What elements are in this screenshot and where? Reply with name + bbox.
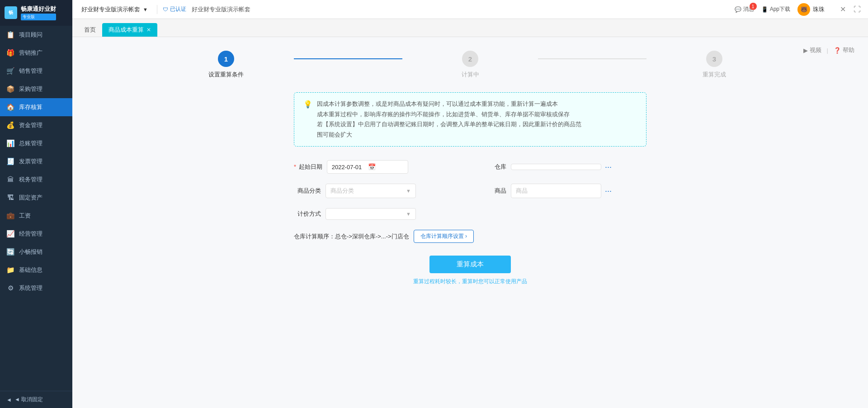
recalc-button[interactable]: 重算成本 [429, 256, 511, 273]
sidebar-item-label: 发票管理 [19, 157, 42, 166]
warehouse-label: 仓库 [479, 163, 511, 171]
sidebar-item-invoice[interactable]: 🧾 发票管理 [0, 152, 72, 171]
user-profile[interactable]: 🐻 珠珠 [797, 3, 825, 16]
info-line-3: 若【系统设置】中启用了自动调整记账日期时，会调整入库单的整单记账日期，因此重新计… [317, 119, 581, 130]
product-placeholder: 商品 [516, 187, 528, 195]
sidebar-item-label: 资金管理 [19, 121, 42, 129]
warehouse-dots-button[interactable]: ··· [601, 162, 615, 172]
form-row-2: 商品分类 商品分类 ▼ 商品 商品 ··· [294, 184, 646, 198]
info-line-1: 因成本计算参数调整，或是对商品成本有疑问时，可以通过成本重算功能，重新计算一遍成… [317, 99, 581, 109]
step-3-label: 重算完成 [703, 71, 726, 79]
product-field: 商品 商品 ··· [479, 184, 646, 198]
category-label: 商品分类 [294, 187, 326, 195]
message-button[interactable]: 💬 消息 1 [735, 5, 754, 13]
app-label: App下载 [770, 5, 790, 13]
sidebar-item-label: 销售管理 [19, 67, 42, 75]
app-logo: 畅 [5, 6, 17, 19]
sidebar-item-label: 固定资产 [19, 194, 42, 202]
sidebar-item-label: 营销推广 [19, 49, 42, 57]
sidebar-item-label: 项目顾问 [19, 31, 42, 39]
assets-icon: 🏗 [6, 194, 14, 201]
sidebar: 畅 畅康通好业财 专业版 📋 项目顾问 🎁 营销推广 🛒 销售管理 📦 采购管理… [0, 0, 72, 408]
warehouse-order-btn-label: 仓库计算顺序设置 › [420, 232, 467, 240]
sidebar-item-finance[interactable]: 💰 资金管理 [0, 116, 72, 134]
sidebar-item-inventory[interactable]: 🏠 库存核算 [0, 98, 72, 116]
sidebar-item-tax[interactable]: 🏛 税务管理 [0, 171, 72, 189]
tab-close-icon[interactable]: ✕ [146, 27, 151, 33]
form-area: * 起始日期 2022-07-01 📅 仓库 ··· [294, 160, 646, 285]
finance-icon: 💰 [6, 121, 14, 129]
sidebar-pin-toggle[interactable]: ◄ ◄ 取消固定 [0, 391, 72, 408]
product-dots-button[interactable]: ··· [601, 186, 615, 196]
sidebar-item-project[interactable]: 📋 项目顾问 [0, 26, 72, 44]
tabbar: 首页 商品成本重算 ✕ [72, 19, 868, 37]
invoice-icon: 🧾 [6, 157, 14, 166]
sidebar-item-accounting[interactable]: 📊 总账管理 [0, 134, 72, 152]
warehouse-input[interactable] [511, 164, 601, 170]
account-selector[interactable]: 好业财专业版演示帐套 ▼ [78, 4, 151, 15]
sidebar-item-label: 系统管理 [19, 284, 42, 292]
company-name: 好业财专业版演示帐套 [192, 5, 250, 14]
product-label: 商品 [479, 187, 511, 195]
sidebar-item-sales[interactable]: 🛒 销售管理 [0, 62, 72, 80]
sidebar-item-label: 总账管理 [19, 139, 42, 147]
account-selector-text: 好业财专业版演示帐套 [81, 5, 140, 14]
app-badge: 专业版 [21, 14, 56, 20]
tab-active-label: 商品成本重算 [108, 26, 144, 34]
operation-icon: 📈 [6, 230, 14, 238]
sidebar-item-label: 经营管理 [19, 230, 42, 238]
sidebar-item-assets[interactable]: 🏗 固定资产 [0, 189, 72, 207]
sidebar-item-system[interactable]: ⚙ 系统管理 [0, 279, 72, 297]
warehouse-order-label: 仓库计算顺序：总仓->深圳仓库->...->门店仓 [294, 232, 409, 241]
close-button[interactable]: ✕ [837, 4, 848, 15]
sidebar-item-label: 采购管理 [19, 85, 42, 93]
step-2: 2 计算中 [402, 51, 538, 79]
sidebar-item-marketing[interactable]: 🎁 营销推广 [0, 44, 72, 62]
warehouse-field: 仓库 ··· [479, 162, 646, 172]
tab-home[interactable]: 首页 [78, 23, 102, 37]
chevron-down-icon: ▼ [406, 211, 411, 217]
info-box: 💡 因成本计算参数调整，或是对商品成本有疑问时，可以通过成本重算功能，重新计算一… [294, 92, 646, 147]
step-line-2 [538, 58, 646, 59]
sidebar-item-operation[interactable]: 📈 经营管理 [0, 225, 72, 243]
recalc-tip: 重算过程耗时较长，重算时您可以正常使用产品 [294, 278, 646, 285]
sidebar-item-label: 库存核算 [19, 103, 42, 111]
step-1-label: 设置重算条件 [208, 71, 244, 79]
category-select[interactable]: 商品分类 ▼ [326, 184, 416, 198]
topbar: 好业财专业版演示帐套 ▼ 🛡 已认证 好业财专业版演示帐套 💬 消息 1 📱 A… [72, 0, 868, 19]
info-text: 因成本计算参数调整，或是对商品成本有疑问时，可以通过成本重算功能，重新计算一遍成… [317, 99, 581, 140]
pricing-label: 计价方式 [294, 210, 326, 218]
basic-icon: 📁 [6, 266, 14, 274]
stepper: 1 设置重算条件 2 计算中 3 重算完成 [90, 51, 850, 79]
message-badge: 1 [750, 3, 757, 10]
sidebar-item-purchase[interactable]: 📦 采购管理 [0, 80, 72, 98]
expand-button[interactable]: ⛶ [852, 4, 863, 15]
chevron-down-icon: ▼ [143, 7, 148, 12]
topbar-right: 💬 消息 1 📱 App下载 🐻 珠珠 ✕ ⛶ [735, 3, 863, 16]
sidebar-item-label: 工资 [19, 212, 31, 220]
purchase-icon: 📦 [6, 85, 14, 93]
warehouse-order-row: 仓库计算顺序：总仓->深圳仓库->...->门店仓 仓库计算顺序设置 › [294, 230, 646, 243]
app-download-button[interactable]: 📱 App下载 [761, 5, 790, 13]
sidebar-item-label: 基础信息 [19, 266, 42, 274]
pricing-select[interactable]: ▼ [326, 208, 416, 220]
inventory-icon: 🏠 [6, 103, 14, 111]
category-placeholder: 商品分类 [330, 187, 354, 195]
recalc-area: 重算成本 重算过程耗时较长，重算时您可以正常使用产品 [294, 256, 646, 285]
start-date-input[interactable]: 2022-07-01 📅 [327, 160, 408, 174]
salary-icon: 💼 [6, 212, 14, 220]
sidebar-item-salary[interactable]: 💼 工资 [0, 207, 72, 225]
window-actions: ✕ ⛶ [837, 4, 863, 15]
sidebar-item-basic[interactable]: 📁 基础信息 [0, 261, 72, 279]
topbar-divider [157, 5, 157, 14]
tab-cost-recalc[interactable]: 商品成本重算 ✕ [102, 23, 157, 37]
main-area: 好业财专业版演示帐套 ▼ 🛡 已认证 好业财专业版演示帐套 💬 消息 1 📱 A… [72, 0, 868, 408]
sales-icon: 🛒 [6, 67, 14, 75]
tax-icon: 🏛 [6, 176, 14, 183]
step-3-circle: 3 [706, 51, 722, 67]
product-input[interactable]: 商品 [511, 184, 601, 198]
marketing-icon: 🎁 [6, 49, 14, 57]
sidebar-item-expense[interactable]: 🔄 小畅报销 [0, 243, 72, 261]
warehouse-order-settings-button[interactable]: 仓库计算顺序设置 › [414, 230, 474, 243]
verified-badge: 🛡 已认证 [163, 5, 186, 13]
